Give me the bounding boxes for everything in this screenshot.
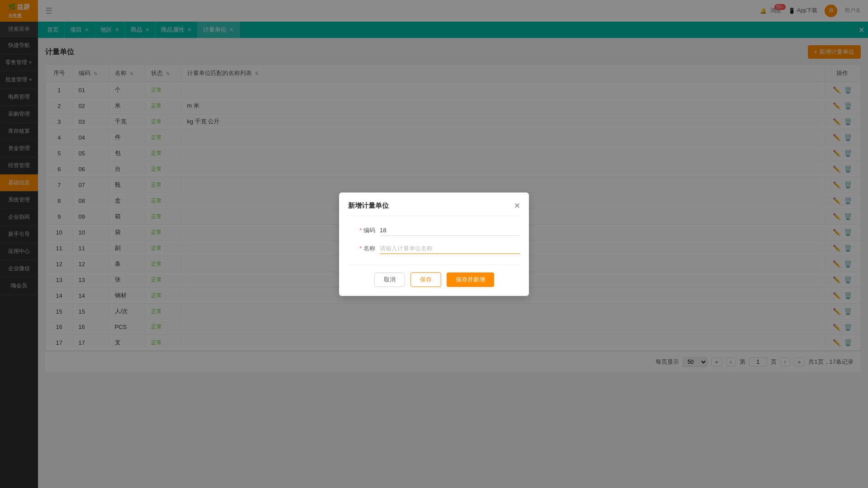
modal-overlay[interactable]: 新增计量单位 ✕ * 编码 * 名称 取消 保存 保存并新增 [0, 0, 868, 488]
modal-header: 新增计量单位 ✕ [348, 202, 520, 216]
modal-title: 新增计量单位 [348, 202, 389, 210]
form-row-name: * 名称 [348, 243, 520, 254]
name-input[interactable] [380, 243, 520, 254]
required-star: * [359, 227, 362, 234]
cancel-button[interactable]: 取消 [374, 272, 405, 287]
add-unit-modal: 新增计量单位 ✕ * 编码 * 名称 取消 保存 保存并新增 [339, 192, 529, 296]
code-label: * 编码 [348, 226, 375, 235]
form-row-code: * 编码 [348, 225, 520, 236]
save-and-new-button[interactable]: 保存并新增 [447, 272, 494, 287]
code-input[interactable] [380, 225, 520, 236]
modal-footer: 取消 保存 保存并新增 [348, 265, 520, 287]
save-button[interactable]: 保存 [410, 272, 441, 287]
required-star-name: * [359, 245, 362, 252]
name-label: * 名称 [348, 244, 375, 253]
modal-close-button[interactable]: ✕ [514, 202, 520, 210]
